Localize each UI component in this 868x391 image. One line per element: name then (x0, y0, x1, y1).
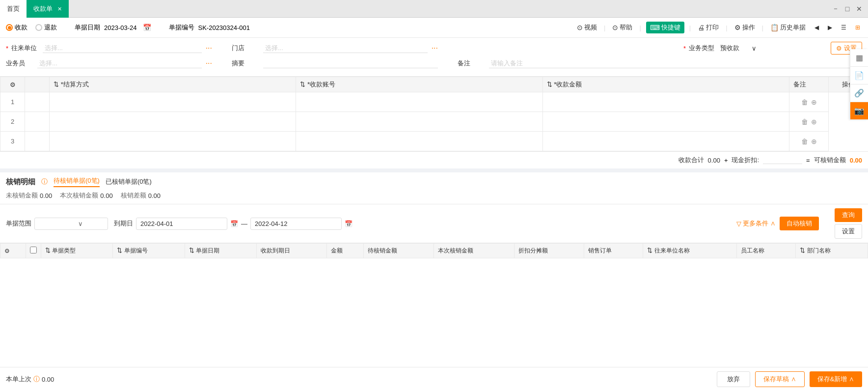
row-1-amount[interactable] (296, 92, 542, 112)
remark-label: 备注 (458, 59, 487, 68)
row-1-remark[interactable] (542, 92, 789, 112)
more-filter-button[interactable]: ▽ 更多条件 ∧ (736, 219, 776, 228)
col-num-header (25, 77, 50, 92)
list-view-button[interactable]: ☰ (839, 23, 848, 32)
reconcile-table-area: ⚙ ⇅ 单据类型 ⇅ 单据编号 ⇅ 单据日期 收款到期 (0, 243, 868, 367)
nav-prev-button[interactable]: ◀ (813, 23, 821, 32)
restore-button[interactable]: □ (843, 5, 851, 13)
history-button[interactable]: 📋 历史单据 (768, 22, 808, 33)
abandon-button[interactable]: 放弃 (717, 371, 750, 387)
minimize-button[interactable]: － (832, 5, 840, 13)
row-1-op: 🗑 ⊕ (789, 92, 829, 112)
col-settings-header[interactable]: ⚙ (0, 77, 25, 92)
right-panel-icon-2[interactable]: 📄 (850, 67, 868, 84)
receipt-radio[interactable]: 收款 (6, 23, 27, 32)
shortcut-button[interactable]: ⌨ 快捷键 (646, 22, 684, 33)
date-to-input[interactable] (250, 218, 342, 230)
row-2-amount[interactable] (296, 112, 542, 132)
store-input[interactable] (263, 43, 428, 53)
row-2-remark[interactable] (542, 112, 789, 132)
pending-tab[interactable]: 待核销单据(0笔) (54, 176, 100, 187)
sort-counterparty: ⇅ (647, 247, 652, 254)
right-panel-icon-3[interactable]: 🔗 (850, 84, 868, 102)
row-3-delete-icon[interactable]: 🗑 (801, 138, 808, 145)
counterparty-input[interactable] (43, 43, 202, 53)
prev-doc-icon[interactable]: ⓘ (33, 375, 40, 384)
help-button[interactable]: ⊙ 帮助 (610, 22, 634, 33)
tab-bar: 首页 收款单 ✕ － □ ✕ (0, 0, 868, 18)
select-all-checkbox[interactable] (30, 247, 37, 253)
row-3-payment[interactable] (25, 132, 50, 151)
grid-view-button[interactable]: ⊞ (853, 23, 862, 32)
right-panel-icon-1[interactable]: ▦ (850, 49, 868, 67)
calendar-icon[interactable]: 📅 (143, 24, 151, 31)
row-1-delete-icon[interactable]: 🗑 (801, 98, 808, 106)
right-panel-icon-4[interactable]: 📷 (850, 102, 868, 120)
discount-input[interactable] (763, 156, 802, 164)
staff-input[interactable] (37, 58, 202, 68)
stat-diff-label: 核销差额 (121, 191, 146, 200)
rcol-staff-header: 员工名称 (737, 244, 796, 258)
row-3-op: 🗑 ⊕ (789, 132, 829, 151)
video-button[interactable]: ⊙ 视频 (575, 22, 599, 33)
reconcile-settings-button[interactable]: 设置 (835, 224, 862, 239)
save-new-button[interactable]: 保存&新增 ∧ (810, 371, 862, 387)
scope-select[interactable]: ∨ (34, 218, 108, 230)
sort-doc-date: ⇅ (189, 247, 194, 254)
business-type-arrow[interactable]: ∨ (752, 45, 757, 52)
tab-close-icon[interactable]: ✕ (57, 6, 62, 12)
date-to-icon[interactable]: 📅 (345, 220, 353, 227)
stat-current-label: 本次核销金额 (60, 191, 98, 200)
summary-row: 收款合计 0.00 + 现金折扣: = 可核销金额 0.00 (0, 151, 868, 168)
print-button[interactable]: 🖨 打印 (696, 22, 721, 33)
row-3-account[interactable] (50, 132, 296, 151)
store-label: 门店 (232, 44, 261, 53)
row-3-copy-icon[interactable]: ⊕ (811, 138, 817, 145)
query-button[interactable]: 查询 (835, 208, 862, 222)
row-1-account[interactable] (50, 92, 296, 112)
summary-input[interactable] (263, 58, 438, 68)
nav-next-button[interactable]: ▶ (826, 23, 834, 32)
row-2-copy-icon[interactable]: ⊕ (811, 118, 817, 126)
done-tab[interactable]: 已核销单据(0笔) (106, 177, 152, 186)
reconcile-section: 核销明细 ⓘ 待核销单据(0笔) 已核销单据(0笔) 未核销金额 0.00 本次… (0, 172, 868, 367)
save-draft-button[interactable]: 保存草稿 ∧ (755, 371, 805, 387)
reconcile-info-icon[interactable]: ⓘ (41, 177, 48, 186)
row-3-amount[interactable] (296, 132, 542, 151)
available-value: 0.00 (850, 157, 862, 164)
sort-icon-amount: ⇅ (547, 81, 552, 88)
row-2-payment[interactable] (25, 112, 50, 132)
rcol-settings-header[interactable]: ⚙ (0, 244, 26, 258)
date-from-input[interactable] (136, 218, 227, 230)
col-account-header: ⇅ *收款账号 (296, 77, 542, 92)
reconcile-stats: 未核销金额 0.00 本次核销金额 0.00 核销差额 0.00 (6, 191, 862, 200)
stat-unreconciled: 未核销金额 0.00 (6, 191, 52, 200)
refund-radio[interactable]: 退款 (35, 23, 57, 32)
tab-receipt[interactable]: 收款单 ✕ (27, 0, 69, 18)
sort-icon-account: ⇅ (300, 81, 305, 88)
auto-reconcile-button[interactable]: 自动核销 (780, 217, 819, 230)
sep2: | (639, 24, 641, 31)
row-1-copy-icon[interactable]: ⊕ (811, 98, 817, 106)
staff-more-icon[interactable]: ··· (206, 59, 212, 68)
close-button[interactable]: ✕ (855, 5, 863, 13)
date-from-icon[interactable]: 📅 (230, 220, 238, 227)
tab-home[interactable]: 首页 (0, 0, 27, 18)
reconcile-header-row: ⚙ ⇅ 单据类型 ⇅ 单据编号 ⇅ 单据日期 收款到期 (0, 244, 868, 258)
remark-input[interactable] (489, 58, 862, 68)
rcol-receipt-due-header: 收款到期日 (257, 244, 326, 258)
total-value: 0.00 (708, 157, 720, 164)
bottom-actions: 放弃 保存草稿 ∧ 保存&新增 ∧ (717, 371, 862, 387)
doc-date-label: 单据日期 (75, 23, 100, 32)
print-icon: 🖨 (698, 24, 705, 31)
row-1-payment[interactable] (25, 92, 50, 112)
row-2-account[interactable] (50, 112, 296, 132)
counterparty-more-icon[interactable]: ··· (206, 44, 212, 53)
row-2-op: 🗑 ⊕ (789, 112, 829, 132)
date-range-sep: — (241, 220, 247, 227)
store-more-icon[interactable]: ··· (432, 44, 438, 53)
operation-button[interactable]: ⚙ 操作 (732, 22, 757, 33)
row-1-op-icons: 🗑 ⊕ (793, 98, 824, 106)
row-3-remark[interactable] (542, 132, 789, 151)
row-2-delete-icon[interactable]: 🗑 (801, 118, 808, 126)
